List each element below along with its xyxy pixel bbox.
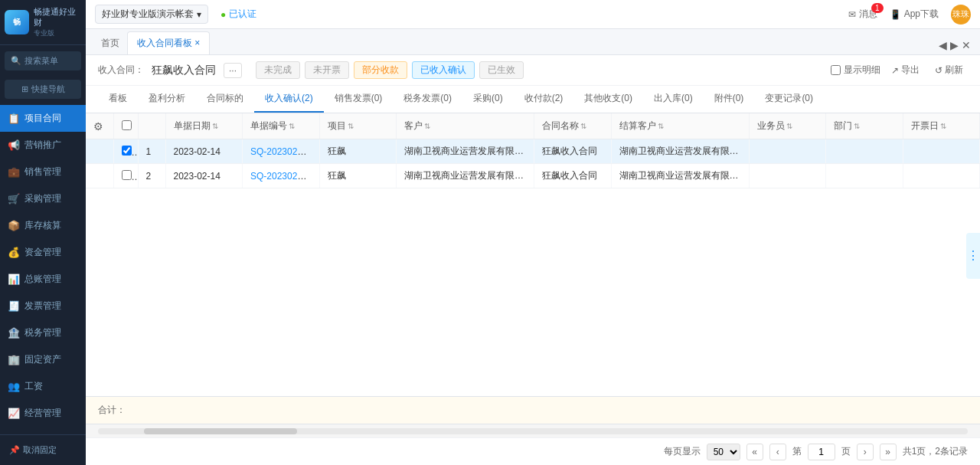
user-avatar-area[interactable]: 珠珠 — [951, 5, 971, 25]
sidebar-item-business[interactable]: 📈 经营管理 — [0, 400, 86, 427]
td-result-customer: 湖南卫视商业运营发展有限公司 — [611, 139, 749, 164]
sort-icon: ⇅ — [424, 122, 430, 130]
th-date[interactable]: 单据日期 ⇅ — [165, 113, 243, 139]
td-salesperson — [749, 139, 826, 164]
tab-contract-mark[interactable]: 合同标的 — [196, 86, 254, 113]
chevron-down-icon: ▾ — [197, 9, 201, 20]
sidebar-item-invoice[interactable]: 🧾 发票管理 — [0, 293, 86, 319]
app-name: 畅捷通好业财 — [34, 6, 81, 28]
doc-link[interactable]: SQ-20230214-002 — [250, 171, 319, 182]
status-partial[interactable]: 部分收款 — [354, 61, 407, 79]
sidebar-item-tax[interactable]: 🏦 税务管理 — [0, 319, 86, 346]
page-size-select[interactable]: 50 — [707, 444, 740, 460]
select-all-checkbox[interactable] — [122, 120, 132, 130]
sidebar-item-inventory[interactable]: 📦 库存核算 — [0, 212, 86, 239]
tab-purchase[interactable]: 采购(0) — [462, 86, 514, 113]
sidebar-item-funds[interactable]: 💰 资金管理 — [0, 239, 86, 266]
contract-name: 狂飙收入合同 — [152, 64, 216, 77]
td-date: 2023-02-14 — [165, 139, 243, 164]
tab-other-income[interactable]: 其他收支(0) — [573, 86, 643, 113]
company-selector[interactable]: 好业财专业版演示帐套 ▾ — [95, 5, 208, 24]
accounting-icon: 📊 — [8, 273, 20, 285]
pin-icon: 📌 — [9, 445, 20, 455]
tab-payment[interactable]: 收付款(2) — [514, 86, 574, 113]
show-detail-checkbox[interactable] — [831, 65, 841, 75]
th-settings: ⚙ — [86, 113, 113, 139]
sidebar-item-hr[interactable]: 👥 工资 — [0, 373, 86, 400]
tab-next-button[interactable]: ▶ — [950, 39, 959, 51]
tab-sales-invoice[interactable]: 销售发票(0) — [324, 86, 394, 113]
row-checkbox[interactable] — [122, 146, 132, 156]
sort-icon: ⇅ — [658, 122, 664, 130]
assets-icon: 🏢 — [8, 353, 20, 365]
right-panel-chevron-icon: ⋮ — [967, 248, 979, 263]
tab-tax-invoice[interactable]: 税务发票(0) — [393, 86, 462, 113]
prev-page-button[interactable]: ‹ — [769, 444, 786, 460]
right-panel-icon[interactable]: ⋮ — [966, 233, 980, 279]
tab-kanban[interactable]: 看板 — [98, 86, 138, 113]
th-customer[interactable]: 客户 ⇅ — [397, 113, 534, 139]
scroll-thumb[interactable] — [144, 428, 297, 434]
th-contract-name[interactable]: 合同名称 ⇅ — [534, 113, 612, 139]
more-button[interactable]: ··· — [224, 63, 242, 78]
row-checkbox[interactable] — [122, 170, 132, 180]
th-open-date[interactable]: 开票日 ⇅ — [903, 113, 980, 139]
th-num — [138, 113, 165, 139]
gear-icon[interactable]: ⚙ — [93, 120, 103, 133]
last-page-button[interactable]: » — [880, 444, 897, 460]
sidebar-item-assets[interactable]: 🏢 固定资产 — [0, 346, 86, 373]
tab-warehouse[interactable]: 出入库(0) — [643, 86, 704, 113]
tab-contract-board[interactable]: 收入合同看板 × — [127, 31, 210, 54]
search-menu-button[interactable]: 🔍 搜索菜单 — [5, 51, 81, 70]
status-effective[interactable]: 已生效 — [479, 61, 524, 79]
tab-attachments[interactable]: 附件(0) — [704, 86, 755, 113]
th-project[interactable]: 项目 ⇅ — [319, 113, 397, 139]
export-icon: ↗ — [891, 65, 899, 76]
doc-link[interactable]: SQ-20230214-003 — [250, 146, 319, 157]
tab-change-log[interactable]: 变更记录(0) — [754, 86, 824, 113]
message-button[interactable]: ✉ 1 消息 — [848, 8, 877, 21]
first-page-button[interactable]: « — [746, 444, 763, 460]
tab-income-confirm[interactable]: 收入确认(2) — [254, 86, 324, 113]
table-row[interactable]: 1 2023-02-14 SQ-20230214-003 狂飙 湖南卫视商业运营… — [86, 139, 980, 164]
sidebar-item-purchase[interactable]: 🛒 采购管理 — [0, 185, 86, 212]
page-number-input[interactable] — [808, 444, 835, 460]
sidebar-item-accounting[interactable]: 📊 总账管理 — [0, 266, 86, 293]
table-row[interactable]: 2 2023-02-14 SQ-20230214-002 狂飙 湖南卫视商业运营… — [86, 164, 980, 188]
sidebar-item-project[interactable]: 📋 项目合同 — [0, 105, 86, 132]
td-settings — [86, 139, 113, 164]
td-check — [113, 139, 138, 164]
app-sub: 专业版 — [34, 28, 81, 38]
refresh-button[interactable]: ↺ 刷新 — [930, 61, 968, 79]
sales-icon: 💼 — [8, 165, 20, 178]
hr-icon: 👥 — [8, 380, 20, 392]
td-contract-name: 狂飙收入合同 — [534, 139, 612, 164]
sidebar-item-marketing[interactable]: 📢 营销推广 — [0, 132, 86, 159]
unpin-button[interactable]: 📌 取消固定 — [5, 440, 81, 460]
sidebar-item-report[interactable]: 📉 小畅报告 — [0, 427, 86, 434]
next-page-button[interactable]: › — [857, 444, 874, 460]
app-download-button[interactable]: 📱 App下载 — [890, 8, 939, 21]
tab-prev-button[interactable]: ◀ — [939, 39, 947, 51]
close-all-tabs-button[interactable]: ✕ — [962, 39, 971, 51]
status-confirmed[interactable]: 已收入确认 — [412, 61, 475, 79]
td-open-date — [903, 139, 980, 164]
sort-icon: ⇅ — [348, 122, 354, 130]
th-salesperson[interactable]: 业务员 ⇅ — [749, 113, 826, 139]
tab-home[interactable]: 首页 — [95, 32, 126, 54]
status-incomplete[interactable]: 未完成 — [256, 61, 300, 79]
td-code: SQ-20230214-003 — [243, 139, 320, 164]
inventory-icon: 📦 — [8, 219, 20, 231]
data-table: ⚙ 单据日期 ⇅ — [86, 113, 980, 188]
status-uninvoiced[interactable]: 未开票 — [305, 61, 349, 79]
th-result-customer[interactable]: 结算客户 ⇅ — [611, 113, 749, 139]
tab-profit[interactable]: 盈利分析 — [138, 86, 196, 113]
export-button[interactable]: ↗ 导出 — [887, 61, 924, 79]
quick-nav-button[interactable]: ⊞ 快捷导航 — [5, 80, 81, 99]
funds-icon: 💰 — [8, 246, 20, 258]
th-department[interactable]: 部门 ⇅ — [826, 113, 903, 139]
show-detail-checkbox-label[interactable]: 显示明细 — [831, 64, 880, 77]
sidebar-item-sales[interactable]: 💼 销售管理 — [0, 159, 86, 185]
th-code[interactable]: 单据编号 ⇅ — [243, 113, 320, 139]
scroll-track[interactable] — [98, 428, 968, 434]
